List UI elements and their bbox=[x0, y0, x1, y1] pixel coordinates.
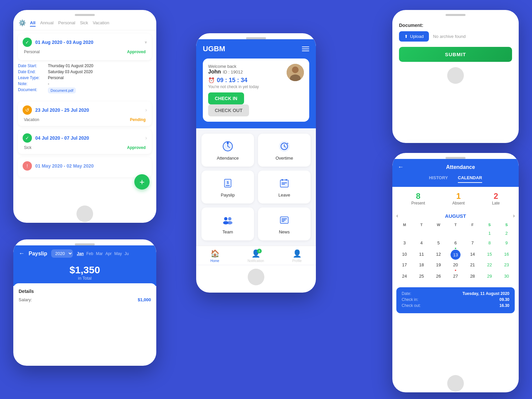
checkin-button[interactable]: CHECK IN bbox=[208, 92, 244, 104]
month-jun[interactable]: Ju bbox=[124, 251, 129, 256]
month-apr[interactable]: Apr bbox=[105, 251, 112, 256]
cal-day-3[interactable]: 3 bbox=[396, 238, 413, 249]
cal-day-15[interactable]: 15 bbox=[481, 250, 498, 260]
month-feb[interactable]: Feb bbox=[86, 251, 93, 256]
menu-item-payslip[interactable]: $ Payslip bbox=[201, 171, 254, 203]
upload-button[interactable]: ⬆ Upload bbox=[399, 31, 429, 42]
home-button-attendance[interactable] bbox=[447, 375, 464, 392]
history-tab[interactable]: HISTORY bbox=[429, 175, 448, 183]
menu-item-overtime[interactable]: Overtime bbox=[258, 134, 311, 167]
notification-badge: 3 bbox=[257, 249, 262, 253]
cal-day-7[interactable]: 7 bbox=[465, 238, 481, 249]
chevron-down-1: ▾ bbox=[145, 40, 147, 45]
cal-day-10[interactable]: 10 bbox=[396, 250, 413, 260]
filter-tabs: All Annual Personal Sick Vacation bbox=[30, 20, 109, 27]
cal-day-2[interactable]: 2 bbox=[498, 229, 515, 238]
svg-rect-15 bbox=[280, 180, 288, 187]
cal-day-25[interactable]: 25 bbox=[413, 272, 430, 281]
team-icon bbox=[221, 213, 234, 227]
present-count: 8 bbox=[411, 192, 425, 201]
leave-card-1-header: ✓ 01 Aug 2020 - 03 Aug 2020 ▾ bbox=[23, 38, 147, 47]
cal-day-1[interactable]: 1 bbox=[481, 229, 498, 238]
cal-day-20[interactable]: 20 bbox=[453, 260, 459, 269]
nav-profile[interactable]: 👤 Profile bbox=[292, 249, 302, 263]
nav-notification[interactable]: 👤 3 Notification bbox=[248, 249, 264, 263]
leave-date-4: 01 May 2020 - 02 May 2020 bbox=[35, 163, 147, 169]
cal-day-19[interactable]: 19 bbox=[430, 260, 447, 271]
svg-rect-18 bbox=[282, 183, 287, 183]
cal-day-24[interactable]: 24 bbox=[396, 272, 413, 281]
next-month-button[interactable]: › bbox=[513, 213, 515, 219]
menu-item-leave[interactable]: Leave bbox=[258, 171, 311, 203]
cal-day-14[interactable]: 14 bbox=[465, 250, 481, 260]
chevron-right-2: › bbox=[145, 107, 147, 113]
cal-day-8[interactable]: 8 bbox=[481, 238, 498, 249]
year-select[interactable]: 2020 2019 bbox=[51, 249, 73, 258]
checkout-button[interactable]: CHECK OUT bbox=[208, 104, 249, 116]
filter-icon[interactable]: ⚙️ bbox=[19, 19, 26, 27]
menu-item-attendance[interactable]: Attendance bbox=[201, 134, 254, 167]
cal-day-22[interactable]: 22 bbox=[481, 260, 498, 271]
cal-day-18[interactable]: 18 bbox=[413, 260, 430, 271]
cal-header-s2: S bbox=[498, 221, 515, 228]
filter-annual[interactable]: Annual bbox=[40, 20, 54, 27]
home-button[interactable] bbox=[248, 269, 264, 285]
cal-day-9[interactable]: 9 bbox=[498, 238, 515, 249]
cal-day-28[interactable]: 28 bbox=[465, 272, 481, 281]
hamburger-menu[interactable] bbox=[302, 47, 309, 51]
cal-day-5[interactable]: 5 bbox=[430, 238, 447, 249]
dot-6 bbox=[455, 248, 456, 249]
detail-date-label: Date: bbox=[402, 291, 411, 296]
prev-month-button[interactable]: ‹ bbox=[396, 213, 398, 219]
status-icon-approved-3: ✓ bbox=[23, 133, 32, 143]
filter-personal[interactable]: Personal bbox=[58, 20, 75, 27]
toggle-area bbox=[399, 67, 512, 84]
filter-vacation[interactable]: Vacation bbox=[93, 20, 109, 27]
leave-card-4[interactable]: ! 01 May 2020 - 02 May 2020 bbox=[18, 157, 152, 177]
cal-day-30[interactable]: 30 bbox=[498, 272, 515, 281]
menu-item-news[interactable]: News bbox=[258, 207, 311, 240]
attendance-back-button[interactable]: ← bbox=[398, 164, 404, 171]
svg-point-20 bbox=[224, 217, 227, 220]
cal-day-6[interactable]: 6 bbox=[454, 238, 457, 247]
cal-day-13-today[interactable]: 13 bbox=[451, 250, 461, 260]
cal-day-29[interactable]: 29 bbox=[481, 272, 498, 281]
leave-card-2[interactable]: ↺ 23 Jul 2020 - 25 Jul 2020 › Vacation P… bbox=[18, 101, 152, 126]
leave-card-1[interactable]: ✓ 01 Aug 2020 - 03 Aug 2020 ▾ Personal A… bbox=[18, 34, 152, 60]
detail-checkin-label: Check in: bbox=[402, 297, 418, 302]
attendance-phone: ← Attendance HISTORY CALENDAR 8 Present … bbox=[392, 153, 519, 392]
leave-card-3[interactable]: ✓ 04 Jul 2020 - 07 Jul 2020 › Sick Appro… bbox=[18, 129, 152, 154]
submit-button[interactable]: SUBMIT bbox=[399, 47, 512, 62]
document-badge[interactable]: Document.pdf bbox=[48, 87, 76, 93]
menu-item-team[interactable]: Team bbox=[201, 207, 254, 240]
home-button-leave[interactable] bbox=[76, 205, 93, 222]
calendar-nav: ‹ AUGUST › bbox=[396, 210, 515, 221]
cal-header-t1: T bbox=[413, 221, 430, 228]
calendar-tab[interactable]: CALENDAR bbox=[458, 175, 482, 183]
leave-screen: ⚙️ All Annual Personal Sick Vacation ✓ 0… bbox=[13, 16, 156, 202]
filter-sick[interactable]: Sick bbox=[80, 20, 88, 27]
month-mar[interactable]: Mar bbox=[96, 251, 103, 256]
document-screen: Document: ⬆ Upload No archive found SUBM… bbox=[392, 16, 519, 122]
cal-day-16[interactable]: 16 bbox=[498, 250, 515, 260]
add-leave-button[interactable]: + bbox=[134, 174, 150, 190]
team-label: Team bbox=[222, 229, 233, 234]
cal-day-17[interactable]: 17 bbox=[396, 260, 413, 271]
cal-header-f: F bbox=[465, 221, 481, 228]
cal-day-12[interactable]: 12 bbox=[430, 250, 447, 260]
month-jan[interactable]: Jan bbox=[77, 251, 84, 256]
clock-row: ⏰ 09 : 15 : 34 bbox=[208, 77, 287, 84]
cal-day-27[interactable]: 27 bbox=[447, 272, 464, 281]
cal-day-23[interactable]: 23 bbox=[498, 260, 515, 271]
cal-day-21[interactable]: 21 bbox=[465, 260, 481, 271]
action-buttons: CHECK IN CHECK OUT bbox=[208, 92, 287, 116]
clock-time: 09 : 15 : 34 bbox=[217, 77, 247, 84]
month-may[interactable]: May bbox=[114, 251, 122, 256]
cal-day-empty-5 bbox=[465, 229, 481, 238]
nav-home[interactable]: 🏠 Home bbox=[210, 249, 219, 263]
cal-day-26[interactable]: 26 bbox=[430, 272, 447, 281]
cal-day-4[interactable]: 4 bbox=[413, 238, 430, 249]
cal-day-11[interactable]: 11 bbox=[413, 250, 430, 260]
filter-all[interactable]: All bbox=[30, 20, 36, 27]
back-button[interactable]: ← bbox=[19, 250, 25, 257]
